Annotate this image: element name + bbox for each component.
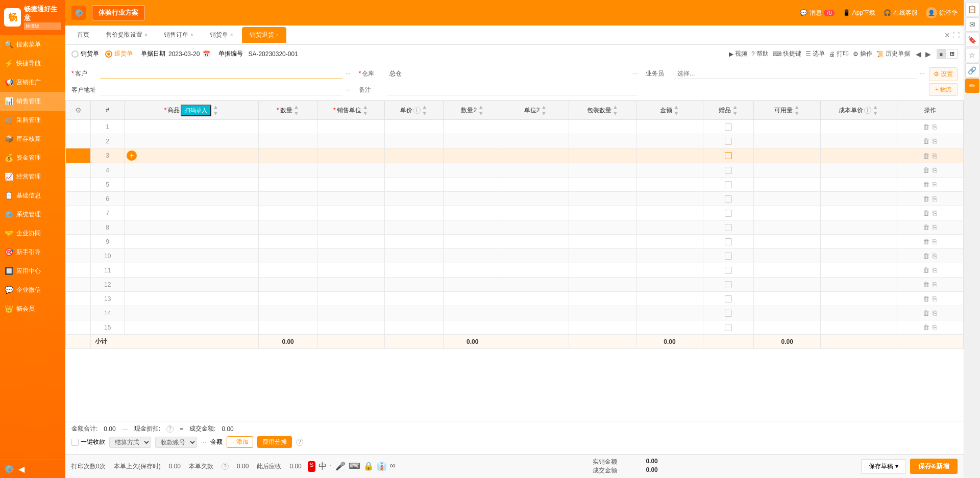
td-amount-3[interactable] [636,148,703,163]
td-pack-5[interactable] [569,178,636,192]
td-cost-8[interactable] [821,220,896,235]
app-download-btn[interactable]: 📱 App下载 [843,9,875,17]
print-btn[interactable]: 🖨 打印 [829,49,849,58]
copy-row-icon-8[interactable]: ⎘ [933,223,937,231]
td-product-4[interactable] [125,163,259,178]
scan-input-btn[interactable]: 扫码录入 [181,105,211,116]
tab-price-close[interactable]: × [144,32,148,38]
td-unit2-14[interactable] [502,306,569,320]
history-btn[interactable]: 📜 历史单据 [876,49,910,58]
sidebar-item-guide[interactable]: 🎯 新手引导 [0,243,65,262]
td-qty-13[interactable] [259,292,317,306]
td-qty-4[interactable] [259,163,317,178]
gift-checkbox-3[interactable] [725,152,732,159]
tool-icon3[interactable]: 🎤 [335,461,346,472]
td-pack-1[interactable] [569,120,636,134]
td-unit2-8[interactable] [502,220,569,235]
td-product-3[interactable]: + [125,148,259,163]
date-value[interactable]: 2023-03-20 [168,51,200,58]
td-unit-5[interactable] [317,178,385,192]
sidebar-search[interactable]: 🔍 搜索菜单 [0,35,65,54]
td-qty2-9[interactable] [443,235,502,249]
right-panel-edit-icon[interactable]: ✏ [965,79,979,93]
td-qty-3[interactable] [259,148,317,163]
list-view-btn[interactable]: ≡ [937,49,946,59]
customer-input[interactable] [100,68,342,79]
td-qty2-6[interactable] [443,192,502,206]
radio-delivery[interactable]: 销货单 [71,49,99,58]
sidebar-item-sales[interactable]: 📊 销售管理 [0,92,65,111]
td-unit-13[interactable] [317,292,385,306]
td-pack-12[interactable] [569,278,636,292]
td-amount-2[interactable] [636,134,703,148]
td-qty2-3[interactable] [443,148,502,163]
radio-return[interactable]: 退货单 [105,49,133,58]
td-product-2[interactable] [125,134,259,148]
td-avail-6[interactable] [753,192,821,206]
expense-split-btn[interactable]: 费用分摊 [257,436,292,448]
experience-btn[interactable]: 体验行业方案 [92,5,145,20]
warehouse-dots[interactable]: ··· [632,70,638,77]
td-unit-6[interactable] [317,192,385,206]
sidebar-item-system[interactable]: ⚙️ 系统管理 [0,205,65,224]
td-unit-14[interactable] [317,306,385,320]
copy-row-icon-11[interactable]: ⎘ [933,266,937,274]
sidebar-item-marketing[interactable]: 📢 营销推广 [0,73,65,92]
td-price-1[interactable] [384,120,443,134]
td-unit-4[interactable] [317,163,385,178]
td-avail-4[interactable] [753,163,821,178]
account-number-select[interactable]: 收款账号 [155,437,197,448]
td-pack-4[interactable] [569,163,636,178]
delete-row-icon-6[interactable]: 🗑 [923,195,929,203]
td-qty2-8[interactable] [443,220,502,235]
delete-row-icon-9[interactable]: 🗑 [923,238,929,245]
td-unit-9[interactable] [317,235,385,249]
delete-row-icon-8[interactable]: 🗑 [923,223,929,231]
video-btn[interactable]: ▶ 视频 [729,49,747,58]
topbar-settings-icon[interactable]: ⚙️ [71,6,86,20]
tab-sales-delivery[interactable]: 销货单 × [202,27,241,43]
delete-row-icon-13[interactable]: 🗑 [923,295,929,303]
td-qty-2[interactable] [259,134,317,148]
td-avail-10[interactable] [753,249,821,263]
td-unit-11[interactable] [317,263,385,278]
td-pack-3[interactable] [569,148,636,163]
sidebar-item-quick-nav[interactable]: ⚡ 快捷导航 [0,54,65,73]
delete-row-icon-10[interactable]: 🗑 [923,252,929,260]
td-cost-14[interactable] [821,306,896,320]
td-price-10[interactable] [384,249,443,263]
td-avail-13[interactable] [753,292,821,306]
collapse-sidebar-icon[interactable]: ◀ [18,464,24,474]
gift-checkbox-15[interactable] [725,324,732,331]
td-avail-3[interactable] [753,148,821,163]
td-pack-8[interactable] [569,220,636,235]
gift-checkbox-2[interactable] [725,138,732,145]
column-settings-icon[interactable]: ⚙ [75,106,82,114]
tab-sales-order[interactable]: 销售订单 × [156,27,201,43]
td-cost-11[interactable] [821,263,896,278]
debt-info-icon[interactable]: ? [222,463,229,470]
td-price-5[interactable] [384,178,443,192]
td-qty-15[interactable] [259,320,317,335]
td-cost-4[interactable] [821,163,896,178]
add-row-btn[interactable]: + [127,150,137,161]
td-qty2-14[interactable] [443,306,502,320]
td-pack-10[interactable] [569,249,636,263]
price-info-icon[interactable]: i [413,107,421,114]
td-qty-8[interactable] [259,220,317,235]
copy-row-icon-1[interactable]: ⎘ [933,123,937,131]
td-product-13[interactable] [125,292,259,306]
td-pack-9[interactable] [569,235,636,249]
td-price-7[interactable] [384,206,443,220]
user-avatar[interactable]: 👤 徐泽华 [926,7,958,18]
td-avail-8[interactable] [753,220,821,235]
tool-icon2[interactable]: · [330,461,332,472]
td-qty2-2[interactable] [443,134,502,148]
td-product-9[interactable] [125,235,259,249]
td-pack-11[interactable] [569,263,636,278]
td-amount-7[interactable] [636,206,703,220]
td-avail-7[interactable] [753,206,821,220]
td-unit-7[interactable] [317,206,385,220]
settings-bottom-icon[interactable]: ⚙️ [4,464,14,474]
td-unit-10[interactable] [317,249,385,263]
